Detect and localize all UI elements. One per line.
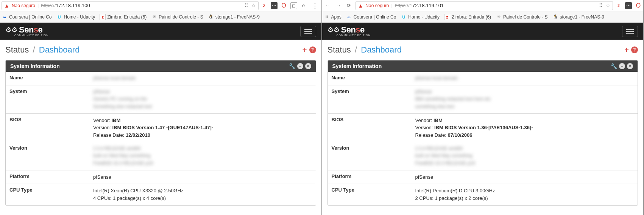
breadcrumb-root[interactable]: Status bbox=[5, 45, 29, 54]
bookmark-item[interactable]: UHome - Udacity bbox=[401, 14, 440, 20]
help-button[interactable]: ? bbox=[631, 46, 638, 53]
row-value: Vendor: IBMVersion: IBM BIOS Version 1.4… bbox=[89, 113, 316, 142]
row-value: Vendor: IBMVersion: IBM BIOS Version 1.3… bbox=[411, 113, 638, 142]
close-icon[interactable]: × bbox=[305, 63, 311, 69]
bookmark-favicon-icon: ∞ bbox=[2, 14, 8, 20]
bookmark-item[interactable]: zZimbra: Entrada (6) bbox=[100, 14, 147, 20]
nav-forward-button[interactable]: → bbox=[334, 2, 343, 10]
row-label: Name bbox=[6, 72, 89, 85]
star-icon[interactable]: ☆ bbox=[251, 3, 256, 8]
bookmark-favicon-icon: ✳ bbox=[151, 14, 157, 20]
url-protocol: https bbox=[395, 3, 405, 8]
panel-title: System Information bbox=[10, 63, 60, 69]
wrench-icon[interactable]: 🔧 bbox=[611, 63, 617, 69]
row-value: 2.3.4 RELEASE amd64built on Wed May some… bbox=[411, 142, 638, 170]
ext-opera-icon[interactable]: O bbox=[281, 2, 287, 9]
browser-address-bar: ▲Não seguro|https://172.18.119.100⠿☆z⋯O◻… bbox=[0, 0, 321, 11]
row-label: Name bbox=[328, 72, 412, 85]
bookmark-label: Home - Udacity bbox=[64, 14, 95, 20]
add-widget-button[interactable]: + bbox=[624, 46, 629, 54]
row-label: CPU Type bbox=[328, 184, 412, 205]
breadcrumb: Status / Dashboard bbox=[5, 45, 80, 55]
insecure-label: Não seguro bbox=[12, 3, 35, 8]
row-value: pfSense bbox=[89, 170, 316, 184]
table-row: CPU TypeIntel(R) Pentium(R) D CPU 3.00GH… bbox=[328, 184, 638, 205]
system-info-table: Namepfsense local domainSystempfSenseIBM… bbox=[328, 72, 638, 205]
url-input[interactable]: ▲Não seguro|https://172.18.119.100⠿☆ bbox=[2, 1, 259, 10]
system-info-panel: System Information🔧−×Namepfsense local d… bbox=[327, 60, 638, 206]
hamburger-menu-button[interactable] bbox=[300, 26, 316, 37]
minimize-icon[interactable]: − bbox=[619, 63, 625, 69]
breadcrumb-active[interactable]: Dashboard bbox=[361, 45, 402, 54]
bookmark-favicon-icon: 🐧 bbox=[208, 14, 214, 20]
bookmark-item[interactable]: ✳Painel de Controle - S bbox=[496, 14, 547, 20]
insecure-label: Não seguro bbox=[365, 3, 389, 8]
nav-reload-button[interactable]: ⟳ bbox=[345, 2, 353, 10]
pfsense-logo[interactable]: ⚙⚙SenseCOMMUNITY EDITION bbox=[327, 26, 371, 37]
row-label: System bbox=[6, 85, 89, 114]
table-row: SystempfSenseGeneric PC running on theSo… bbox=[6, 85, 316, 114]
nav-back-button[interactable]: ← bbox=[324, 2, 332, 10]
table-row: SystempfSenseIBM something redacted text… bbox=[328, 85, 638, 114]
ext-gnu-icon[interactable]: ë bbox=[300, 2, 307, 9]
url-host: 172.18.119.100 bbox=[56, 3, 90, 8]
translate-icon[interactable]: ⠿ bbox=[599, 3, 603, 8]
ext-z-icon[interactable]: z bbox=[615, 2, 622, 9]
bookmark-item[interactable]: UHome - Udacity bbox=[56, 14, 95, 20]
bookmark-label: Coursera | Online Co bbox=[9, 14, 52, 20]
breadcrumb-root[interactable]: Status bbox=[327, 45, 351, 54]
bookmark-item[interactable]: ∞Coursera | Online Co bbox=[2, 14, 52, 20]
ext-menu-icon[interactable]: ⋯ bbox=[271, 2, 278, 9]
logo-gears-icon: ⚙⚙ bbox=[327, 26, 340, 33]
star-icon[interactable]: ☆ bbox=[606, 3, 610, 8]
wrench-icon[interactable]: 🔧 bbox=[289, 63, 295, 69]
breadcrumb-active[interactable]: Dashboard bbox=[39, 45, 80, 54]
row-value: Intel(R) Pentium(R) D CPU 3.00GHz2 CPUs:… bbox=[411, 184, 638, 205]
table-row: Namepfsense local domain bbox=[328, 72, 638, 85]
browser-menu-button[interactable]: ⋮ bbox=[310, 2, 320, 10]
breadcrumb: Status / Dashboard bbox=[327, 45, 402, 55]
pfsense-logo[interactable]: ⚙⚙SenseCOMMUNITY EDITION bbox=[5, 26, 48, 37]
bookmark-favicon-icon: ∞ bbox=[346, 14, 352, 20]
help-button[interactable]: ? bbox=[309, 46, 316, 53]
bookmark-item[interactable]: zZimbra: Entrada (6) bbox=[444, 14, 491, 20]
row-label: Platform bbox=[328, 170, 412, 184]
row-value: pfSense bbox=[411, 170, 638, 184]
bookmark-label: Zimbra: Entrada (6) bbox=[107, 14, 147, 20]
bookmarks-bar: ⠿Apps∞Coursera | Online CoUHome - Udacit… bbox=[322, 11, 644, 23]
bookmark-label: Painel de Controle - S bbox=[503, 14, 547, 20]
ext-z-icon[interactable]: z bbox=[261, 2, 268, 9]
page-header: Status / Dashboard+? bbox=[327, 45, 638, 55]
bookmark-item[interactable]: ∞Coursera | Online Co bbox=[346, 14, 396, 20]
logo-gears-icon: ⚙⚙ bbox=[5, 26, 17, 33]
apps-button[interactable]: ⠿Apps bbox=[324, 14, 341, 20]
panel-title: System Information bbox=[332, 63, 382, 69]
row-label: Platform bbox=[6, 170, 89, 184]
row-label: System bbox=[328, 85, 412, 114]
row-label: Version bbox=[328, 142, 412, 170]
app-navbar: ⚙⚙SenseCOMMUNITY EDITION bbox=[0, 23, 321, 40]
close-icon[interactable]: × bbox=[627, 63, 633, 69]
ext-menu-icon[interactable]: ⋯ bbox=[625, 2, 632, 9]
translate-icon[interactable]: ⠿ bbox=[245, 3, 248, 8]
table-row: BIOSVendor: IBMVersion: IBM BIOS Version… bbox=[6, 113, 316, 142]
minimize-icon[interactable]: − bbox=[297, 63, 303, 69]
bookmark-favicon-icon: z bbox=[100, 14, 106, 20]
add-widget-button[interactable]: + bbox=[303, 46, 307, 54]
row-label: Version bbox=[6, 142, 89, 170]
hamburger-menu-button[interactable] bbox=[622, 26, 638, 37]
row-value: 2.3.4 RELEASE amd64built on Wed May some… bbox=[89, 142, 316, 170]
bookmark-item[interactable]: 🐧storage1 - FreeNAS-9 bbox=[552, 14, 604, 20]
page-header: Status / Dashboard+? bbox=[5, 45, 316, 55]
ext-square-icon[interactable]: ◻ bbox=[290, 2, 297, 9]
row-value: pfSenseIBM something redacted text here … bbox=[411, 85, 638, 114]
ext-opera-icon[interactable]: O bbox=[635, 2, 642, 9]
row-value: pfsense local domain bbox=[411, 72, 638, 85]
bookmark-item[interactable]: ✳Painel de Controle - S bbox=[151, 14, 203, 20]
url-input[interactable]: ▲Não seguro|https://172.18.119.101⠿☆ bbox=[356, 1, 613, 10]
bookmark-favicon-icon: U bbox=[401, 14, 407, 20]
bookmark-label: Home - Udacity bbox=[408, 14, 440, 20]
system-info-table: Namepfsense local domainSystempfSenseGen… bbox=[6, 72, 316, 205]
bookmark-item[interactable]: 🐧storage1 - FreeNAS-9 bbox=[208, 14, 260, 20]
bookmark-favicon-icon: ✳ bbox=[496, 14, 502, 20]
